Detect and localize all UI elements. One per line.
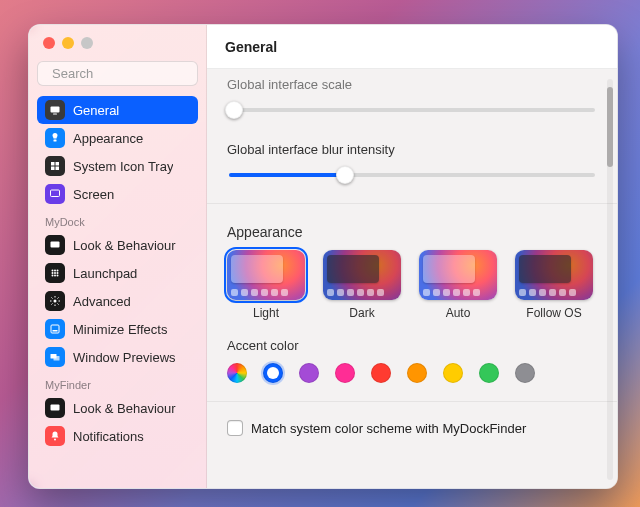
accent-swatch-blue[interactable] <box>263 363 283 383</box>
sidebar-item-general[interactable]: General <box>37 96 198 124</box>
svg-rect-24 <box>54 356 60 361</box>
accent-swatch-pink[interactable] <box>335 363 355 383</box>
theme-thumbnail <box>515 250 593 300</box>
svg-rect-4 <box>54 140 57 142</box>
main-panel: General Global interface scale Global in… <box>207 25 617 488</box>
sidebar: GeneralAppearanceSystem Icon TrayScreenM… <box>29 25 207 488</box>
minimize-icon <box>45 319 65 339</box>
appearance-title: Appearance <box>227 224 597 240</box>
blur-label: Global interface blur intensity <box>227 142 597 157</box>
match-system-label: Match system color scheme with MyDockFin… <box>251 421 526 436</box>
accent-swatch-green[interactable] <box>479 363 499 383</box>
tray-icon <box>45 156 65 176</box>
advanced-icon <box>45 291 65 311</box>
svg-point-26 <box>54 439 56 441</box>
launchpad-icon <box>45 263 65 283</box>
svg-point-14 <box>52 272 54 274</box>
look-icon <box>45 235 65 255</box>
traffic-lights <box>43 37 196 49</box>
svg-point-13 <box>57 270 59 272</box>
theme-option-dark[interactable]: Dark <box>323 250 401 320</box>
zoom-icon[interactable] <box>81 37 93 49</box>
svg-rect-10 <box>51 242 60 248</box>
sidebar-section-label: MyDock <box>37 208 198 231</box>
svg-point-18 <box>54 275 56 277</box>
sidebar-nav: GeneralAppearanceSystem Icon TrayScreenM… <box>37 96 198 450</box>
scale-label: Global interface scale <box>227 77 597 92</box>
sidebar-item-look-behaviour[interactable]: Look & Behaviour <box>37 231 198 259</box>
theme-label: Auto <box>446 306 471 320</box>
sidebar-item-label: Window Previews <box>73 350 176 365</box>
sidebar-item-label: Minimize Effects <box>73 322 167 337</box>
divider <box>207 401 617 402</box>
match-system-checkbox[interactable] <box>227 420 243 436</box>
content-scroll[interactable]: Global interface scale Global interface … <box>207 69 617 488</box>
scroll-thumb[interactable] <box>607 87 613 167</box>
divider <box>207 203 617 204</box>
svg-rect-3 <box>53 114 57 115</box>
sidebar-item-label: Screen <box>73 187 114 202</box>
svg-rect-5 <box>51 162 55 166</box>
appearance-options: LightDarkAutoFollow OS <box>227 250 597 320</box>
previews-icon <box>45 347 65 367</box>
svg-rect-22 <box>53 330 58 332</box>
search-field[interactable] <box>37 61 198 86</box>
accent-swatch-yellow[interactable] <box>443 363 463 383</box>
sidebar-item-minimize-effects[interactable]: Minimize Effects <box>37 315 198 343</box>
titlebar: General <box>207 25 617 69</box>
sidebar-item-system-icon-tray[interactable]: System Icon Tray <box>37 152 198 180</box>
sidebar-item-notifications[interactable]: Notifications <box>37 422 198 450</box>
look-icon <box>45 398 65 418</box>
svg-point-15 <box>54 272 56 274</box>
sidebar-item-appearance[interactable]: Appearance <box>37 124 198 152</box>
svg-rect-6 <box>56 162 60 166</box>
svg-point-20 <box>54 300 57 303</box>
preferences-window: GeneralAppearanceSystem Icon TrayScreenM… <box>28 24 618 489</box>
sidebar-section-label: MyFinder <box>37 371 198 394</box>
sidebar-item-screen[interactable]: Screen <box>37 180 198 208</box>
search-input[interactable] <box>52 66 207 81</box>
theme-thumbnail <box>419 250 497 300</box>
theme-label: Light <box>253 306 279 320</box>
accent-title: Accent color <box>227 338 597 353</box>
sidebar-item-advanced[interactable]: Advanced <box>37 287 198 315</box>
theme-option-auto[interactable]: Auto <box>419 250 497 320</box>
theme-label: Follow OS <box>526 306 581 320</box>
sidebar-item-label: Look & Behaviour <box>73 401 176 416</box>
sidebar-item-label: Notifications <box>73 429 144 444</box>
sidebar-item-label: Look & Behaviour <box>73 238 176 253</box>
accent-swatch-red[interactable] <box>371 363 391 383</box>
sidebar-item-label: Appearance <box>73 131 143 146</box>
minimize-icon[interactable] <box>62 37 74 49</box>
blur-field: Global interface blur intensity <box>227 142 597 185</box>
accent-swatch-multicolor[interactable] <box>227 363 247 383</box>
sidebar-item-window-previews[interactable]: Window Previews <box>37 343 198 371</box>
svg-point-17 <box>52 275 54 277</box>
svg-rect-2 <box>51 107 60 113</box>
scale-field: Global interface scale <box>227 77 597 120</box>
sidebar-item-label: System Icon Tray <box>73 159 173 174</box>
screen-icon <box>45 184 65 204</box>
accent-swatch-purple[interactable] <box>299 363 319 383</box>
close-icon[interactable] <box>43 37 55 49</box>
theme-thumbnail <box>323 250 401 300</box>
theme-thumbnail <box>227 250 305 300</box>
svg-point-12 <box>54 270 56 272</box>
sidebar-item-label: Launchpad <box>73 266 137 281</box>
notifications-icon <box>45 426 65 446</box>
sidebar-item-look-behaviour[interactable]: Look & Behaviour <box>37 394 198 422</box>
blur-slider[interactable] <box>227 165 597 185</box>
accent-swatch-orange[interactable] <box>407 363 427 383</box>
sidebar-item-launchpad[interactable]: Launchpad <box>37 259 198 287</box>
theme-option-follow-os[interactable]: Follow OS <box>515 250 593 320</box>
sidebar-item-label: Advanced <box>73 294 131 309</box>
accent-swatch-graphite[interactable] <box>515 363 535 383</box>
appearance-icon <box>45 128 65 148</box>
accent-swatches <box>227 363 597 383</box>
general-icon <box>45 100 65 120</box>
scrollbar[interactable] <box>607 79 613 480</box>
match-system-row[interactable]: Match system color scheme with MyDockFin… <box>227 420 597 436</box>
svg-rect-25 <box>51 405 60 411</box>
scale-slider[interactable] <box>227 100 597 120</box>
theme-option-light[interactable]: Light <box>227 250 305 320</box>
